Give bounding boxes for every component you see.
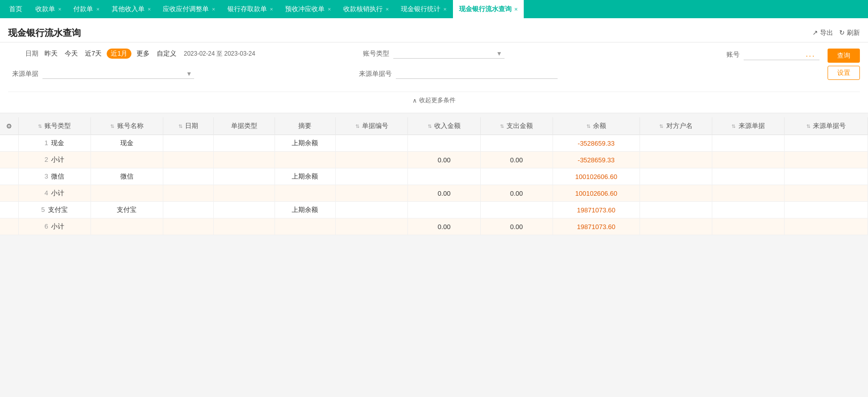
row-account-name [90,218,163,235]
table-header-doc-no[interactable]: ⇅ 单据编号 [336,117,408,135]
nav-tab-4[interactable]: 银行存取款单 × [221,0,279,18]
close-icon[interactable]: × [386,6,389,12]
table-header-source-doc[interactable]: ⇅ 来源单据 [712,117,785,135]
close-icon[interactable]: × [212,6,215,12]
date-label: 日期 [8,49,38,58]
date-range-display: 2023-02-24 至 2023-03-24 [184,50,255,58]
row-gear-cell [0,152,18,168]
date-option-today[interactable]: 今天 [63,49,80,59]
table-header-counterpart[interactable]: ⇅ 对方户名 [639,117,712,135]
source-doc-select[interactable] [44,70,186,77]
source-doc-filter-row: 来源单据 ▼ [8,69,339,79]
close-icon[interactable]: × [443,6,446,12]
date-option-7days[interactable]: 近7天 [83,49,104,59]
row-account-type: 6小计 [18,218,90,235]
table-header-summary[interactable]: 摘要 [275,117,336,135]
row-source-doc-no [785,185,868,202]
table-header-expense[interactable]: ⇅ 支出金额 [480,117,553,135]
table-header-date[interactable]: ⇅ 日期 [163,117,213,135]
table-row: 2小计 0.00 0.00 -3528659.33 [0,152,868,168]
row-counterpart [639,202,712,218]
nav-tab-5[interactable]: 预收冲应收单 × [279,0,337,18]
table-header-account-name[interactable]: ⇅ 账号名称 [90,117,163,135]
row-source-doc [712,218,785,235]
row-expense: 0.00 [480,218,553,235]
nav-tab-0[interactable]: 收款单 × [29,0,67,18]
account-type-select[interactable] [395,50,496,57]
table-header-source-doc-no[interactable]: ⇅ 来源单据号 [785,117,868,135]
account-dots-button[interactable]: ... [804,50,817,59]
account-label: 账号 [709,50,740,59]
table-header-gear[interactable]: ⚙ [0,117,18,135]
row-summary [275,185,336,202]
row-expense [480,135,553,152]
date-option-custom[interactable]: 自定义 [155,49,178,59]
sort-icon: ⇅ [428,123,432,129]
gear-icon[interactable]: ⚙ [6,122,12,130]
row-account-name [90,152,163,168]
row-doc-type [214,168,275,185]
source-doc-select-wrap[interactable]: ▼ [42,69,194,79]
date-option-yesterday[interactable]: 昨天 [42,49,60,59]
row-source-doc-no [785,218,868,235]
row-income [408,135,480,152]
close-icon[interactable]: × [58,6,61,12]
top-navigation: 首页 收款单 × 付款单 × 其他收入单 × 应收应付调整单 × 银行存取款单 … [0,0,868,18]
row-account-type: 4小计 [18,185,90,202]
row-counterpart [639,168,712,185]
sort-icon: ⇅ [110,123,114,129]
page-title: 现金银行流水查询 [8,27,81,39]
row-source-doc-no [785,168,868,185]
source-doc-no-input-wrap[interactable] [396,69,558,79]
filter-area: 日期 昨天 今天 近7天 近1月 更多 自定义 2023-02-24 至 202… [0,42,868,113]
table-header-doc-type[interactable]: 单据类型 [214,117,275,135]
row-balance: 19871073.60 [553,202,639,218]
row-source-doc [712,152,785,168]
close-icon[interactable]: × [270,6,273,12]
row-gear-cell [0,135,18,152]
table-row: 1现金 现金 上期余额 -3528659.33 [0,135,868,152]
collapse-button[interactable]: ∧ 收起更多条件 [8,94,860,107]
row-account-name: 支付宝 [90,202,163,218]
row-date [163,218,213,235]
table-header-income[interactable]: ⇅ 收入金额 [408,117,480,135]
nav-tab-2[interactable]: 其他收入单 × [106,0,157,18]
row-account-name [90,185,163,202]
row-source-doc [712,135,785,152]
row-doc-type [214,152,275,168]
query-button[interactable]: 查询 [828,49,860,63]
table-header-balance[interactable]: ⇅ 余额 [553,117,639,135]
table-row: 3微信 微信 上期余额 100102606.60 [0,168,868,185]
row-summary [275,152,336,168]
nav-tab-3[interactable]: 应收应付调整单 × [157,0,221,18]
row-doc-no [336,185,408,202]
source-doc-label: 来源单据 [8,69,38,78]
row-doc-type [214,218,275,235]
date-option-more[interactable]: 更多 [134,49,152,59]
export-button[interactable]: ↗ 导出 [812,28,833,37]
row-date [163,135,213,152]
setting-button[interactable]: 设置 [828,66,860,80]
date-option-1month[interactable]: 近1月 [107,49,131,59]
source-doc-no-input[interactable] [398,70,556,77]
nav-tab-7[interactable]: 现金银行统计 × [395,0,452,18]
table-header-account-type[interactable]: ⇅ 账号类型 [18,117,90,135]
row-doc-type [214,185,275,202]
row-gear-cell [0,218,18,235]
sort-icon: ⇅ [500,123,504,129]
close-icon[interactable]: × [148,6,151,12]
date-filter-row: 日期 昨天 今天 近7天 近1月 更多 自定义 2023-02-24 至 202… [8,49,339,59]
refresh-button[interactable]: ↻ 刷新 [839,28,860,37]
nav-tab-8[interactable]: 现金银行流水查询 × [453,0,524,18]
row-source-doc-no [785,202,868,218]
row-account-type: 5支付宝 [18,202,90,218]
close-icon[interactable]: × [96,6,99,12]
row-expense [480,168,553,185]
account-type-select-wrap[interactable]: ▼ [393,49,505,59]
close-icon[interactable]: × [515,6,518,12]
nav-tab-1[interactable]: 付款单 × [67,0,105,18]
nav-home[interactable]: 首页 [2,5,29,14]
close-icon[interactable]: × [328,6,331,12]
nav-tab-6[interactable]: 收款核销执行 × [337,0,395,18]
sort-icon: ⇅ [178,123,182,129]
